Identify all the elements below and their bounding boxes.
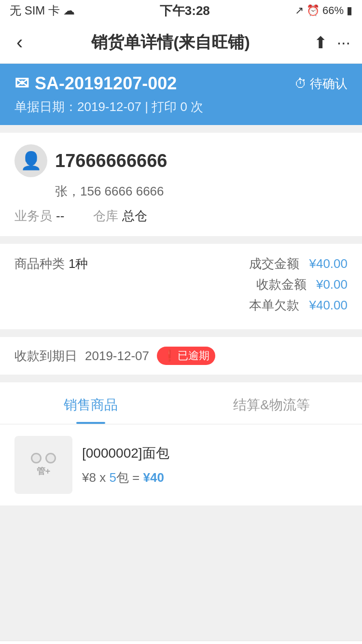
tabs-section: 销售商品 结算&物流等 管+ [0000002]面包 ¥8 x 5包 — [0, 382, 362, 505]
due-date-label: 收款到期日 — [14, 348, 77, 364]
summary-section: 商品种类 1种 成交金额 ¥40.00 收款金额 ¥0.00 本单欠款 ¥40.… — [0, 244, 362, 329]
overdue-badge: ❗ 已逾期 — [157, 347, 215, 365]
tabs-header: 销售商品 结算&物流等 — [0, 382, 362, 424]
tab-products-label: 销售商品 — [64, 397, 118, 412]
debt-label: 本单欠款 — [249, 297, 299, 314]
customer-name: 张，156 6666 6666 — [14, 183, 348, 200]
bottom-bar: 旺铺订单确认 — [0, 641, 362, 644]
more-button[interactable]: ··· — [337, 33, 350, 52]
summary-row-received: 收款金额 ¥0.00 — [249, 276, 348, 293]
product-logo: 管+ — [24, 450, 63, 479]
unit-price: ¥8 — [82, 470, 96, 485]
overdue-text: 已逾期 — [178, 349, 209, 363]
order-id-text: SA-20191207-002 — [35, 73, 177, 94]
battery-icon: ▮ — [347, 4, 352, 17]
battery-text: 66% — [322, 4, 344, 17]
received-amount: ¥0.00 — [316, 277, 348, 292]
tab-settlement-label: 结算&物流等 — [233, 397, 310, 412]
due-date-value: 2019-12-07 — [85, 349, 149, 364]
customer-phone: 17666666666 — [55, 151, 167, 171]
product-total: ¥40 — [143, 470, 164, 485]
overdue-icon: ❗ — [163, 350, 176, 362]
due-date-section: 收款到期日 2019-12-07 ❗ 已逾期 — [0, 337, 362, 375]
sim-text: 无 SIM 卡 ☁ — [10, 3, 75, 18]
customer-header: 👤 17666666666 — [14, 144, 348, 177]
deal-amount: ¥40.00 — [309, 256, 348, 271]
share-button[interactable]: ⬆ — [314, 33, 327, 52]
back-button[interactable]: ‹ — [12, 27, 28, 58]
owl-eye-right — [45, 453, 56, 463]
received-label: 收款金额 — [256, 276, 306, 293]
kind-label: 商品种类 — [14, 255, 65, 272]
multiply-sign: x — [99, 470, 109, 485]
nav-actions: ⬆ ··· — [314, 33, 350, 52]
sales-label: 业务员 — [14, 208, 52, 224]
status-left: 无 SIM 卡 ☁ — [10, 3, 75, 18]
customer-section: 👤 17666666666 张，156 6666 6666 业务员 -- 仓库 … — [0, 133, 362, 236]
warehouse-label: 仓库 — [93, 208, 118, 224]
page-title: 销货单详情(来自旺铺) — [91, 31, 250, 54]
product-item: 管+ [0000002]面包 ¥8 x 5包 = ¥40 — [0, 424, 362, 505]
debt-amount: ¥40.00 — [309, 298, 348, 313]
order-header: ✉ SA-20191207-002 ⏱ 待确认 单据日期：2019-12-07 … — [0, 64, 362, 125]
warehouse-meta: 仓库 总仓 — [93, 208, 147, 224]
product-name: [0000002]面包 — [82, 444, 348, 462]
order-icon: ✉ — [14, 73, 29, 94]
summary-right: 成交金额 ¥40.00 收款金额 ¥0.00 本单欠款 ¥40.00 — [249, 255, 348, 318]
tab-settlement[interactable]: 结算&物流等 — [181, 382, 362, 424]
owl-eye-left — [31, 453, 42, 463]
order-id: ✉ SA-20191207-002 — [14, 73, 177, 94]
location-icon: ↗ — [295, 4, 304, 17]
tab-products[interactable]: 销售商品 — [0, 382, 181, 424]
summary-left: 商品种类 1种 — [14, 255, 88, 272]
product-unit: 包 — [116, 470, 129, 485]
product-qty: 5 — [109, 470, 116, 485]
product-code: [0000002] — [82, 446, 142, 461]
alarm-icon: ⏰ — [306, 4, 320, 17]
status-time: 下午3:28 — [160, 2, 210, 19]
equals-sign: = — [132, 470, 143, 485]
sales-value: -- — [56, 209, 64, 224]
sales-meta: 业务员 -- — [14, 208, 64, 224]
owl-logo-text: 管+ — [37, 465, 51, 477]
summary-row-debt: 本单欠款 ¥40.00 — [249, 297, 348, 314]
status-clock-icon: ⏱ — [294, 76, 307, 91]
nav-bar: ‹ 销货单详情(来自旺铺) ⬆ ··· — [0, 21, 362, 64]
owl-eyes — [31, 453, 56, 463]
summary-row-deal: 成交金额 ¥40.00 — [249, 255, 348, 272]
order-status: ⏱ 待确认 — [294, 75, 348, 92]
content-filler — [0, 505, 362, 641]
warehouse-value: 总仓 — [122, 208, 147, 224]
status-bar: 无 SIM 卡 ☁ 下午3:28 ↗ ⏰ 66% ▮ — [0, 0, 362, 21]
status-right: ↗ ⏰ 66% ▮ — [295, 4, 352, 17]
avatar: 👤 — [14, 144, 47, 177]
product-price: ¥8 x 5包 = ¥40 — [82, 469, 348, 486]
order-date: 单据日期：2019-12-07 | 打印 0 次 — [14, 98, 348, 115]
customer-meta: 业务员 -- 仓库 总仓 — [14, 208, 348, 224]
deal-label: 成交金额 — [249, 255, 299, 272]
product-info: [0000002]面包 ¥8 x 5包 = ¥40 — [82, 444, 348, 486]
avatar-icon: 👤 — [20, 151, 42, 171]
kind-value: 1种 — [69, 255, 88, 272]
product-thumbnail: 管+ — [14, 436, 72, 494]
order-status-text: 待确认 — [310, 75, 348, 92]
product-name-text: 面包 — [142, 446, 169, 461]
